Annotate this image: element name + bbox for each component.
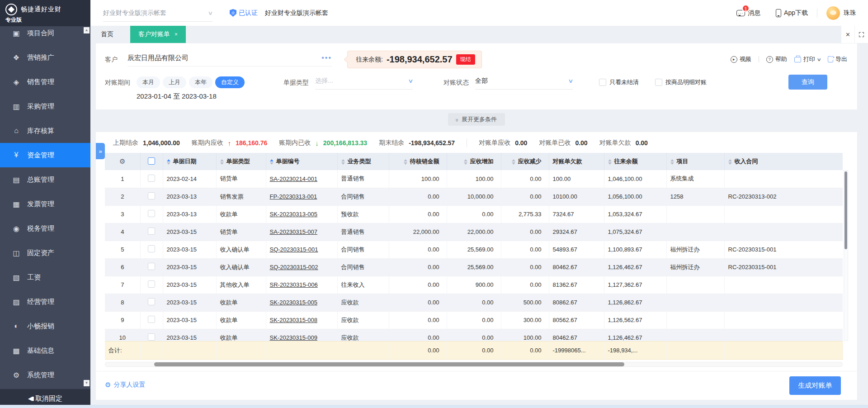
sort-caret-icon[interactable]	[167, 159, 170, 165]
sidebar-item-funds[interactable]: ¥ 资金管理	[0, 143, 90, 167]
row-checkbox[interactable]	[148, 228, 155, 235]
sort-caret-icon[interactable]	[270, 159, 274, 165]
col-header-doc-no[interactable]: 单据编号	[266, 153, 337, 170]
col-header-income-contract[interactable]: 收入合同	[724, 153, 843, 170]
help-button[interactable]: ? 帮助	[766, 55, 787, 63]
cell-doc-no[interactable]: SK-20230315-005	[266, 294, 337, 311]
sidebar-item-operations[interactable]: ▨ 经营管理	[0, 289, 90, 314]
cell-doc-no[interactable]: SA-20230315-007	[266, 223, 337, 241]
unsettled-only-checkbox[interactable]: 只看未结清	[599, 78, 639, 86]
sidebar-scroll-up-icon[interactable]: ▲	[84, 27, 90, 33]
expand-more-button[interactable]: » 展开更多条件	[448, 113, 505, 126]
query-button[interactable]: 查询	[788, 75, 827, 90]
verified-badge[interactable]: 企 已认证	[230, 9, 258, 17]
summary-expand-handle[interactable]: »	[96, 143, 105, 159]
by-product-checkbox[interactable]: 按商品明细对账	[655, 78, 707, 86]
account-select[interactable]: 好业财专业版演示帐套 ∨	[103, 9, 212, 22]
sort-caret-icon[interactable]	[608, 159, 612, 165]
col-header-receivable-decrease[interactable]: 应收减少	[501, 153, 549, 170]
sort-caret-icon[interactable]	[220, 159, 224, 165]
cell-doc-no[interactable]: SK-20230315-008	[266, 311, 337, 329]
sidebar-item-system[interactable]: ⚙ 系统管理	[0, 363, 90, 387]
sidebar-item-expense[interactable]: ◐ 小畅报销	[0, 314, 90, 338]
sort-caret-icon[interactable]	[512, 159, 515, 165]
messages-button[interactable]: ··· 消息 1	[736, 9, 760, 17]
horizontal-scrollbar[interactable]	[105, 362, 843, 367]
row-checkbox[interactable]	[148, 210, 155, 217]
col-header-doc-date[interactable]: 单据日期	[163, 153, 216, 170]
close-all-tabs-icon[interactable]: ✕	[841, 26, 854, 43]
sidebar-item-general-ledger[interactable]: ▤ 总账管理	[0, 167, 90, 192]
sort-caret-icon[interactable]	[670, 159, 674, 165]
col-header-row-settings[interactable]: ⚙	[105, 153, 140, 170]
sidebar-item-fixed-assets[interactable]: ◫ 固定资产	[0, 241, 90, 265]
row-checkbox[interactable]	[148, 333, 155, 341]
vertical-scrollbar[interactable]	[844, 170, 848, 341]
sidebar-item-project-contract[interactable]: ▣ 项目合同	[0, 26, 90, 45]
period-pill-上月[interactable]: 上月	[163, 76, 186, 88]
app-download-button[interactable]: App下载	[776, 9, 808, 17]
col-header-select-all[interactable]	[140, 153, 163, 170]
period-pill-本年[interactable]: 本年	[189, 76, 212, 88]
sort-caret-icon[interactable]	[728, 159, 732, 165]
vertical-scrollbar-thumb[interactable]	[844, 171, 847, 249]
row-checkbox[interactable]	[148, 316, 155, 323]
cell-project	[666, 329, 724, 341]
tab-customer-statement[interactable]: 客户对账单 ×	[130, 26, 186, 43]
cell-doc-no[interactable]: SQ-20230315-001	[266, 241, 337, 258]
row-checkbox[interactable]	[148, 175, 155, 182]
sidebar-scroll-down-icon[interactable]: ▼	[84, 380, 90, 386]
cell-doc-no[interactable]: SQ-20230315-002	[266, 258, 337, 276]
row-checkbox[interactable]	[148, 192, 155, 199]
horizontal-scrollbar-thumb[interactable]	[154, 362, 624, 366]
customer-select[interactable]: 辰宏日用品有限公司 •••	[127, 54, 332, 66]
sort-caret-icon[interactable]	[341, 159, 345, 165]
cell-doc-no[interactable]: SK-20230313-005	[266, 205, 337, 223]
sort-caret-icon[interactable]	[464, 159, 467, 165]
cell-doc-no[interactable]: SA-20230214-001	[266, 170, 337, 188]
row-checkbox[interactable]	[148, 245, 155, 252]
fullscreen-icon[interactable]	[854, 26, 868, 43]
status-select[interactable]: 全部 ∨	[475, 77, 573, 90]
user-avatar[interactable]	[826, 6, 840, 20]
sidebar-item-purchase[interactable]: ▥ 采购管理	[0, 94, 90, 119]
export-button[interactable]: 导出	[828, 55, 847, 63]
sidebar-item-basic-info[interactable]: ▩ 基础信息	[0, 338, 90, 363]
tab-home[interactable]: 首页	[90, 26, 124, 43]
print-button[interactable]: 打印 ∨	[794, 55, 821, 63]
date-range-value[interactable]: 2023-01-04 至 2023-03-18	[137, 92, 245, 101]
period-pill-自定义[interactable]: 自定义	[215, 76, 245, 88]
more-options-icon[interactable]: •••	[321, 56, 332, 60]
cell-doc-no[interactable]: SR-20230315-006	[266, 276, 337, 294]
column-settings-gear-icon[interactable]: ⚙	[119, 157, 125, 165]
topbar: 好业财专业版演示帐套 ∨ 企 已认证 好业财专业版演示帐套 ··· 消息 1 A…	[90, 0, 868, 26]
select-all-checkbox[interactable]	[148, 157, 155, 165]
generate-statement-button[interactable]: 生成对账单	[789, 376, 841, 395]
col-header-receivable-increase[interactable]: 应收增加	[447, 153, 501, 170]
sort-caret-icon[interactable]	[404, 159, 407, 165]
sidebar-item-inventory[interactable]: ⌂ 库存核算	[0, 119, 90, 143]
period-pill-本月[interactable]: 本月	[137, 76, 160, 88]
share-settings-button[interactable]: ⚙ 分享人设置	[105, 381, 145, 389]
video-button[interactable]: ▸ 视频	[731, 55, 751, 63]
cell-doc-no[interactable]: SK-20230315-009	[266, 329, 337, 341]
row-checkbox[interactable]	[148, 280, 155, 288]
doc-type-select[interactable]: 选择... ∨	[315, 77, 413, 90]
cell-doc-no[interactable]: FP-20230313-001	[266, 188, 337, 205]
sidebar-item-marketing[interactable]: ❖ 营销推广	[0, 45, 90, 70]
row-checkbox[interactable]	[148, 263, 155, 270]
col-header-project[interactable]: 项目	[666, 153, 724, 170]
tab-close-icon[interactable]: ×	[175, 31, 178, 38]
sidebar-item-sales[interactable]: ◈ 销售管理	[0, 70, 90, 94]
checkbox-icon[interactable]	[655, 79, 662, 86]
col-header-pending-amount[interactable]: 待核销金额	[389, 153, 447, 170]
cell-receivable-increase: 0.00	[447, 329, 501, 341]
col-header-biz-type[interactable]: 业务类型	[337, 153, 389, 170]
sidebar-item-payroll[interactable]: ▧ 工资	[0, 265, 90, 289]
checkbox-icon[interactable]	[599, 79, 606, 86]
col-header-running-balance[interactable]: 往来余额	[604, 153, 666, 170]
col-header-doc-type[interactable]: 单据类型	[216, 153, 266, 170]
sidebar-item-invoice[interactable]: ▦ 发票管理	[0, 192, 90, 216]
sidebar-item-tax[interactable]: ◉ 税务管理	[0, 216, 90, 241]
row-checkbox[interactable]	[148, 298, 155, 305]
